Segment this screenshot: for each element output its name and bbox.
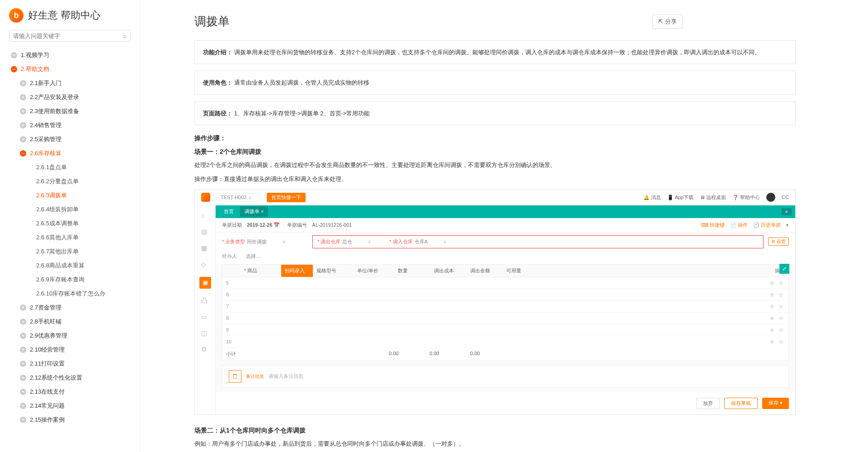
nav-item-2-6-9[interactable]: 2.6.9库存账本查询 — [0, 272, 140, 286]
minus-icon: − — [11, 66, 17, 72]
gear-icon[interactable]: ⚙ — [201, 346, 209, 354]
nav-label: 2.3使用前数据准备 — [30, 104, 79, 118]
nav-item-2-13[interactable]: +2.13在线支付 — [0, 385, 140, 399]
row-actions[interactable]: ⊕ ⊖ — [766, 290, 788, 300]
msg-link[interactable]: 🔔 消息 — [643, 194, 661, 201]
app-link[interactable]: 📱 App下载 — [667, 194, 693, 201]
history-link[interactable]: 🕘 历史单据 — [753, 222, 781, 228]
date-label: 单据日期 — [222, 222, 242, 228]
plus-icon: + — [20, 361, 26, 367]
tab-bill[interactable]: 调拨单 × — [240, 206, 268, 217]
avatar-icon[interactable] — [766, 193, 775, 202]
save-button[interactable]: 保存 ▾ — [762, 398, 789, 409]
cancel-button[interactable]: 放弃 — [696, 398, 720, 409]
nav-item-docs[interactable]: −2.帮助文档 — [0, 62, 140, 76]
nav-item-2-6-3-active[interactable]: 2.6.3调拨单 — [0, 188, 140, 202]
out-value[interactable]: 总仓 — [342, 238, 352, 245]
minus-icon: − — [20, 150, 26, 157]
nav-item-2-6-1[interactable]: 2.6.1盘点单 — [0, 160, 140, 174]
search-input[interactable] — [13, 33, 123, 39]
steps-heading: 操作步骤： — [194, 134, 796, 143]
help-link[interactable]: ❓ 帮助中心 — [732, 194, 760, 201]
plus-icon: + — [20, 136, 26, 143]
note-placeholder[interactable]: 请输入备注信息 — [269, 373, 303, 380]
save-draft-button[interactable]: 保存草稿 — [724, 398, 758, 409]
building-icon[interactable]: 凸 — [201, 297, 209, 305]
nav-item-2-6-4[interactable]: 2.6.4组装拆卸单 — [0, 202, 140, 216]
nav-item-2-6-8[interactable]: 2.6.8商品成本重算 — [0, 258, 140, 272]
nav-item-2-6-10[interactable]: 2.6.10库存账本错了怎么办 — [0, 286, 140, 300]
nav-item-2-1[interactable]: +2.1新手入门 — [0, 76, 140, 90]
nav-label: 2.11打印设置 — [30, 357, 65, 371]
nav-item-2-6[interactable]: −2.6库存核算 — [0, 146, 140, 160]
page-title: 调拨单 — [194, 14, 230, 29]
search-box[interactable]: ⌕ — [9, 30, 131, 42]
nav-label: 2.10经营管理 — [30, 343, 65, 357]
path-text: 1、库存核算->库存管理->调拨单 2、首页->常用功能 — [234, 110, 370, 117]
nav-item-2-12[interactable]: +2.12系统个性化设置 — [0, 371, 140, 385]
more-icon[interactable]: ▾ — [786, 222, 789, 228]
nav-tree: +1.视频学习 −2.帮助文档 +2.1新手入门 +2.2产品安装及登录 +2.… — [0, 48, 140, 427]
nav-label: 2.5采购管理 — [30, 132, 61, 146]
nav-item-2-9[interactable]: +2.9优惠券管理 — [0, 328, 140, 343]
nav-item-2-6-6[interactable]: 2.6.6其他入库单 — [0, 230, 140, 244]
row-actions[interactable]: ⊕ ⊖ — [766, 302, 788, 311]
row-actions[interactable]: ⊕ ⊖ — [766, 337, 788, 347]
nav-label: 2.14常见问题 — [30, 399, 65, 413]
nav-item-2-6-7[interactable]: 2.6.7其他出库单 — [0, 244, 140, 258]
row-actions[interactable]: ⊕ ⊖ — [766, 278, 788, 288]
table-row[interactable]: 6⊕ ⊖ — [222, 289, 788, 301]
th-scan[interactable]: 扫码录入 — [281, 265, 313, 277]
nav-item-2-6-2[interactable]: 2.6.2分量盘点单 — [0, 174, 140, 188]
shortcut-link[interactable]: ⌨ 快捷键 — [701, 222, 725, 228]
share-button[interactable]: ⇱ 分享 — [652, 14, 683, 29]
nav-item-2-10[interactable]: +2.10经营管理 — [0, 343, 140, 357]
role-label: 使用角色： — [203, 79, 232, 86]
op-link[interactable]: 📄 操作 — [730, 222, 748, 228]
in-value[interactable]: 仓库A — [415, 238, 428, 245]
nav-item-2-7[interactable]: +2.7资金管理 — [0, 300, 140, 314]
home-icon[interactable]: ⌂ — [201, 212, 209, 220]
tab-close-icon[interactable]: × — [782, 208, 792, 215]
nav-item-2-11[interactable]: +2.11打印设置 — [0, 357, 140, 371]
role-box: 使用角色： 通常由业务人员发起调拨，仓管人员完成实物的转移 — [194, 71, 796, 95]
nav-item-2-15[interactable]: +2.15操作案例 — [0, 413, 140, 427]
table-row[interactable]: 7⊕ ⊖ — [222, 301, 788, 313]
nav-item-2-4[interactable]: +2.4销售管理 — [0, 118, 140, 132]
table-row[interactable]: 10⊕ ⊖ — [222, 336, 788, 348]
type-value[interactable]: 同价调拨 — [247, 238, 267, 245]
scene2-title: 场景二：从1个仓库同时向多个仓库调拨 — [194, 427, 796, 435]
chart-icon[interactable]: ◫ — [201, 329, 209, 338]
settings-button[interactable]: ⚙ 设置 — [768, 238, 789, 246]
operator-placeholder[interactable]: 选择… — [246, 253, 261, 260]
th-qty: 数量 — [394, 265, 430, 277]
nav-item-2-2[interactable]: +2.2产品安装及登录 — [0, 90, 140, 104]
store-select[interactable]: TEST-H002 ∨ — [217, 193, 260, 202]
remote-link[interactable]: 🖥 远程桌面 — [700, 194, 726, 201]
role-text: 通常由业务人员发起调拨，仓管人员完成实物的转移 — [234, 79, 369, 86]
wallet-icon[interactable]: ▭ — [201, 313, 209, 321]
table-row[interactable]: 5⊕ ⊖ — [222, 277, 788, 289]
box-icon[interactable]: ▣ — [199, 277, 211, 289]
nav-item-2-14[interactable]: +2.14常见问题 — [0, 399, 140, 413]
row-actions[interactable]: ⊕ ⊖ — [766, 325, 788, 335]
scene1-p1: 处理2个仓库之间的商品调拨，在调拨过程中不会发生商品数量的不一致性。主要处理近距… — [194, 160, 796, 171]
tag-icon[interactable]: ◇ — [201, 261, 209, 269]
nav-item-2-6-5[interactable]: 2.6.5成本调整单 — [0, 216, 140, 230]
list-icon[interactable]: ▦ — [201, 244, 209, 252]
tab-home[interactable]: 首页 — [219, 206, 238, 217]
nav-item-2-8[interactable]: +2.8手机旺铺 — [0, 314, 140, 328]
brand-text: 好生意 帮助中心 — [28, 9, 100, 22]
th-unit: 单位/单价 — [354, 265, 394, 277]
path-label: 页面路径： — [203, 110, 232, 117]
expand-icon[interactable]: ⤢ — [779, 264, 789, 274]
nav-item-video[interactable]: +1.视频学习 — [0, 48, 140, 62]
table-row[interactable]: 8⊕ ⊖ — [222, 313, 788, 324]
row-actions[interactable]: ⊕ ⊖ — [766, 314, 788, 323]
quick-button[interactable]: 首页快捷一下 — [267, 193, 306, 202]
table-row[interactable]: 9⊕ ⊖ — [222, 324, 788, 336]
doc-icon[interactable]: ▤ — [201, 228, 209, 236]
nav-item-2-3[interactable]: +2.3使用前数据准备 — [0, 104, 140, 118]
search-icon[interactable]: ⌕ — [123, 32, 127, 39]
nav-item-2-5[interactable]: +2.5采购管理 — [0, 132, 140, 146]
